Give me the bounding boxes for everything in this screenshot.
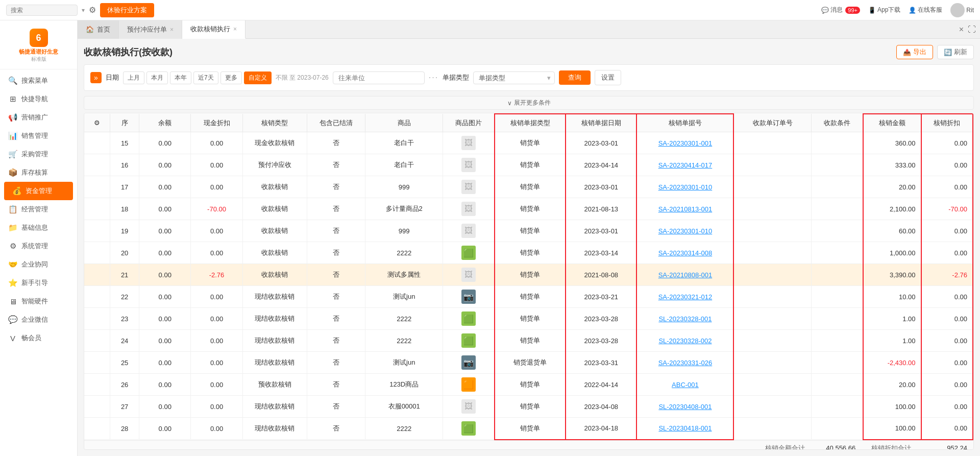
voucher-type-select[interactable]: 单据类型 [473,71,555,84]
sidebar-item-business[interactable]: 📋 经营管理 [0,200,77,219]
sidebar-item-basic[interactable]: 📁 基础信息 [0,219,77,237]
filter-bar: » 日期 上月 本月 本年 近7天 更多 自定义 不限 至 2023-07-26 [84,64,974,91]
td-bill-no[interactable]: SA-20230301-001 [636,132,733,154]
td-bill-date: 2023-03-01 [566,220,636,242]
filter-settings-btn[interactable]: 设置 [595,70,621,85]
td-bill-type: 销货单 [495,242,566,264]
sidebar-item-purchase[interactable]: 🛒 采购管理 [0,145,77,163]
column-settings-icon[interactable]: ⚙ [94,119,100,127]
tab-prepay[interactable]: 预付冲应付单 × [119,20,182,39]
td-seq: 27 [110,396,139,418]
sidebar-item-hardware[interactable]: 🖥 智能硬件 [0,292,77,310]
td-bill-no[interactable]: SA-20210813-001 [636,198,733,220]
td-balance: 0.00 [139,264,191,286]
search-input[interactable] [6,5,78,16]
service-btn[interactable]: 👤 在线客服 [909,6,942,14]
td-bill-no[interactable]: ABC-001 [636,374,733,396]
td-bill-no[interactable]: SA-20230321-012 [636,286,733,308]
sidebar-item-finance[interactable]: 💰 资金管理 [4,182,73,200]
refresh-btn[interactable]: 🔄 刷新 [937,45,974,59]
date-more-btn[interactable]: 更多 [220,71,242,84]
td-bill-no[interactable]: SL-20230328-002 [636,330,733,352]
sidebar-item-label: 搜索菜单 [21,76,48,85]
td-settings [84,220,110,242]
td-cancel-amount: 333.00 [863,154,921,176]
td-bill-no[interactable]: SA-20230301-010 [636,176,733,198]
td-bill-no[interactable]: SL-20230328-001 [636,308,733,330]
tab-receipts[interactable]: 收款核销执行 × [182,20,246,39]
tab-close-prepay[interactable]: × [170,26,174,33]
message-btn[interactable]: 💬 消息 99+ [821,6,860,14]
sidebar-item-sales[interactable]: 📊 销售管理 [0,127,77,145]
data-table: ⚙ 序 余额 现金折扣 核销类型 包含已结清 商品 商品图片 核销单据类型 核销… [84,113,973,440]
td-cancel-amount: -2,430.00 [863,352,921,374]
vip-icon: V [8,334,17,343]
td-goods-img: 📷 [443,352,495,374]
td-cash-discount: 0.00 [191,176,242,198]
sidebar-item-marketing[interactable]: 📢 营销推广 [0,108,77,127]
td-bill-type: 销货单 [495,374,566,396]
td-receipt-no [733,308,811,330]
date-this-year-btn[interactable]: 本年 [170,71,191,84]
purchase-icon: 🛒 [8,150,17,159]
close-all-tabs-btn[interactable]: × [959,25,964,34]
td-bill-no[interactable]: SA-20230301-010 [636,220,733,242]
sidebar-item-inventory[interactable]: 📦 库存核算 [0,163,77,182]
sidebar-item-search[interactable]: 🔍 搜索菜单 [0,71,77,90]
user-btn[interactable]: Rit [950,3,974,17]
td-include-settled: 否 [307,330,365,352]
sidebar-item-label: 基础信息 [21,223,48,232]
td-bill-no[interactable]: SA-20210808-001 [636,264,733,286]
td-bill-no[interactable]: SL-20230418-001 [636,418,733,440]
th-settings[interactable]: ⚙ [84,114,110,132]
filter-toggle-btn[interactable]: » [90,72,102,83]
app-download-btn[interactable]: 📱 App下载 [868,6,900,14]
partner-input[interactable] [333,71,425,84]
td-bill-type: 销货单 [495,330,566,352]
sidebar-item-vip[interactable]: V 畅会员 [0,329,77,347]
td-cancel-type: 现结收款核销 [242,418,307,440]
sidebar-item-label: 新手引导 [21,278,48,287]
tab-close-receipts[interactable]: × [233,26,237,33]
td-receipt-cond [811,396,863,418]
td-goods-img: 🟧 [443,374,495,396]
td-receipt-no [733,132,811,154]
td-settings [84,396,110,418]
query-btn[interactable]: 查询 [559,70,591,85]
settings-icon[interactable]: ⚙ [89,5,96,15]
td-settings [84,330,110,352]
td-bill-no[interactable]: SA-20230331-026 [636,352,733,374]
business-icon: 📋 [8,205,17,214]
date-last-month-btn[interactable]: 上月 [123,71,144,84]
sidebar-item-wechat[interactable]: 💬 企业微信 [0,310,77,329]
sidebar-item-collab[interactable]: 🤝 企业协同 [0,255,77,274]
td-bill-no[interactable]: SA-20230314-008 [636,242,733,264]
date-this-month-btn[interactable]: 本月 [146,71,168,84]
sidebar-item-system[interactable]: ⚙ 系统管理 [0,237,77,255]
td-cancel-amount: 1.00 [863,330,921,352]
export-icon: 📤 [903,49,911,56]
date-group: 上月 本月 本年 近7天 更多 自定义 [123,71,272,84]
expand-more-btn[interactable]: ∨ 展开更多条件 [84,96,974,110]
export-btn[interactable]: 📤 导出 [896,45,933,59]
td-bill-no[interactable]: SL-20230408-001 [636,396,733,418]
chevron-down-icon[interactable]: ▾ [82,7,85,14]
maximize-btn[interactable]: ⛶ [968,25,976,34]
tab-home[interactable]: 🏠 首页 [78,20,119,39]
sidebar-item-guide[interactable]: ⭐ 新手引导 [0,274,77,292]
td-goods-img: 🟩 [443,242,495,264]
table-container: ⚙ 序 余额 现金折扣 核销类型 包含已结清 商品 商品图片 核销单据类型 核销… [84,113,974,450]
td-bill-no[interactable]: SA-20230414-017 [636,154,733,176]
td-seq: 20 [110,242,139,264]
sidebar-item-nav[interactable]: ⊞ 快捷导航 [0,90,77,108]
td-receipt-cond [811,308,863,330]
td-cash-discount: 0.00 [191,154,242,176]
th-balance: 余额 [139,114,191,132]
date-7days-btn[interactable]: 近7天 [193,71,218,84]
footer-discount-value: 952.24 [921,444,967,450]
date-custom-btn[interactable]: 自定义 [244,71,272,84]
td-cancel-amount: 20.00 [863,176,921,198]
industry-btn[interactable]: 休验行业方案 [100,3,154,17]
table-row: 22 0.00 0.00 现结收款核销 否 测试jun 📷 销货单 2023-0… [84,286,973,308]
td-receipt-cond [811,330,863,352]
